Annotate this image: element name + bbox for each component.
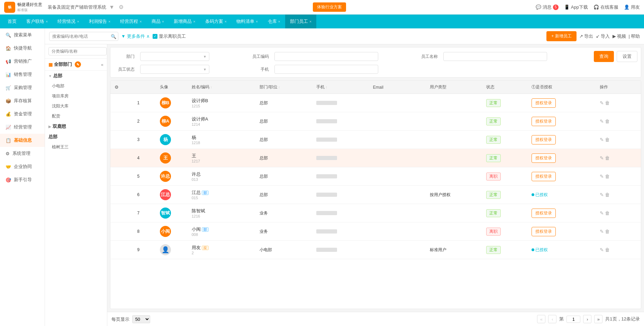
first-page-btn[interactable]: «: [537, 315, 545, 323]
page-size-select[interactable]: 50 100: [132, 315, 150, 323]
close-goods-tab-icon[interactable]: ×: [162, 19, 164, 24]
sidebar-item-collab[interactable]: 🤝 企业协同: [0, 160, 45, 173]
th-name-code[interactable]: 姓名/编码: [188, 81, 256, 94]
delete-icon[interactable]: 🗑: [605, 247, 610, 253]
dept-all-item[interactable]: ▦ 全部部门 ✎ «: [45, 59, 107, 71]
edit-icon[interactable]: ✎: [600, 118, 604, 124]
dept-parent-head[interactable]: ▼ 总部: [45, 71, 107, 81]
message-item[interactable]: 💬 消息 5: [536, 4, 559, 10]
dept-parent-shuanglu[interactable]: ▶ 双鹿想: [45, 121, 107, 132]
emp-name-input[interactable]: [443, 52, 547, 61]
auth-login-button[interactable]: 授权登录: [532, 153, 556, 163]
close-barcode-tab-icon[interactable]: ×: [225, 19, 227, 24]
sidebar-item-quicknav[interactable]: 🏠 快捷导航: [0, 42, 45, 55]
auth-login-button[interactable]: 授权登录: [532, 227, 556, 236]
dept-item-xiaodianbou[interactable]: 小电部: [45, 81, 107, 91]
sidebar-item-finance[interactable]: 💰 资金管理: [0, 107, 45, 121]
close-operation-tab-icon[interactable]: ×: [77, 19, 79, 24]
tab-goods[interactable]: 商品×: [147, 15, 169, 28]
table-settings-icon[interactable]: ⚙: [115, 85, 119, 90]
dept-item-shenyang[interactable]: 沈阳大库: [45, 101, 107, 111]
th-dept-position[interactable]: 部门/职位: [255, 81, 312, 94]
dept-parent-zongbu[interactable]: 总部: [45, 132, 107, 142]
delete-icon[interactable]: 🗑: [605, 155, 610, 161]
edit-icon[interactable]: ✎: [600, 174, 604, 179]
dept-item-project[interactable]: 项目库房: [45, 91, 107, 101]
auth-login-button[interactable]: 授权登录: [532, 117, 556, 126]
sidebar-item-sales[interactable]: 📊 销售管理: [0, 68, 45, 81]
query-button[interactable]: 查询: [594, 51, 614, 62]
close-customer-tab-icon[interactable]: ×: [46, 19, 48, 24]
edit-icon[interactable]: ✎: [600, 210, 604, 216]
th-phone[interactable]: 手机: [312, 81, 369, 94]
sidebar-item-basic-info[interactable]: 📋 基础信息: [0, 134, 45, 147]
emp-code-input[interactable]: [274, 52, 378, 61]
close-bom-tab-icon[interactable]: ×: [256, 19, 258, 24]
edit-icon[interactable]: ✎: [600, 192, 604, 197]
search-trigger-icon[interactable]: 🔍: [111, 34, 116, 39]
tab-warehouse[interactable]: 仓库×: [263, 15, 285, 28]
help-button[interactable]: | 帮助: [629, 33, 640, 39]
tab-barcode[interactable]: 条码方案×: [200, 15, 232, 28]
last-page-btn[interactable]: »: [594, 315, 602, 323]
search-input[interactable]: [49, 32, 118, 41]
tab-employees[interactable]: 部门员工×: [285, 15, 316, 28]
settings-icon[interactable]: ⚙: [119, 4, 124, 10]
prev-page-btn[interactable]: ‹: [548, 315, 556, 323]
dept-select[interactable]: [140, 52, 209, 61]
auth-login-button[interactable]: 授权登录: [532, 209, 556, 218]
filter-more-btn[interactable]: ▼ 更多条件 ∧: [121, 33, 150, 39]
delete-icon[interactable]: 🗑: [605, 137, 610, 142]
edit-icon[interactable]: ✎: [600, 247, 604, 253]
trial-button[interactable]: 体验行业方案: [313, 2, 346, 12]
dept-search-input[interactable]: [48, 47, 107, 55]
add-employee-button[interactable]: + 新增员工: [546, 31, 576, 41]
sidebar-item-inventory[interactable]: 📦 库存核算: [0, 94, 45, 107]
reset-button[interactable]: 设置: [617, 51, 637, 62]
delete-icon[interactable]: 🗑: [605, 100, 610, 106]
sidebar-item-search[interactable]: 🔍 搜索菜单: [0, 28, 45, 42]
view-button[interactable]: ▶ 视频: [613, 33, 626, 39]
delete-icon[interactable]: 🗑: [605, 192, 610, 197]
page-number-input[interactable]: [566, 316, 580, 323]
edit-icon[interactable]: ✎: [600, 100, 604, 106]
phone-input[interactable]: [274, 65, 378, 74]
tab-bom[interactable]: 物料清单×: [232, 15, 263, 28]
auth-login-button[interactable]: 授权登录: [532, 172, 556, 181]
edit-icon[interactable]: ✎: [600, 229, 604, 234]
sidebar-item-system[interactable]: ⚙ 系统管理: [0, 147, 45, 160]
dept-item-peihuo[interactable]: 配货: [45, 111, 107, 121]
sidebar-item-guide[interactable]: 🎯 新手引导: [0, 173, 45, 186]
tab-home[interactable]: 首页: [3, 15, 21, 28]
dept-item-zhishu[interactable]: 植树王三: [45, 142, 107, 152]
app-download-item[interactable]: 📱 App下载: [564, 4, 588, 10]
delete-icon[interactable]: 🗑: [605, 118, 610, 124]
edit-icon[interactable]: ✎: [600, 137, 604, 142]
delete-icon[interactable]: 🗑: [605, 210, 610, 216]
import-button[interactable]: ↙ 导入: [596, 33, 610, 39]
delete-icon[interactable]: 🗑: [605, 174, 610, 179]
auth-login-button[interactable]: 授权登录: [532, 98, 556, 108]
delete-icon[interactable]: 🗑: [605, 229, 610, 234]
dept-edit-icon[interactable]: ✎: [75, 61, 81, 68]
auth-login-button[interactable]: 授权登录: [532, 135, 556, 144]
tab-add-goods[interactable]: 新增商品×: [169, 15, 200, 28]
tab-operation[interactable]: 经营情况×: [53, 15, 84, 28]
close-add-goods-tab-icon[interactable]: ×: [193, 19, 195, 24]
show-resigned-label[interactable]: ✓ 显示离职员工: [153, 33, 186, 39]
edit-icon[interactable]: ✎: [600, 155, 604, 161]
dropdown-arrow-icon[interactable]: ▼: [109, 4, 115, 10]
user-item[interactable]: 👤 用友: [624, 4, 640, 10]
close-employees-tab-icon[interactable]: ×: [309, 19, 311, 24]
emp-status-select[interactable]: [140, 65, 209, 74]
export-button[interactable]: ↗ 导出: [579, 33, 593, 39]
tab-history[interactable]: 经营历程×: [115, 15, 146, 28]
close-history-tab-icon[interactable]: ×: [139, 19, 142, 24]
tab-profit[interactable]: 利润报告×: [84, 15, 115, 28]
sidebar-item-business[interactable]: 📈 经营管理: [0, 121, 45, 134]
sidebar-item-purchase[interactable]: 🛒 采购管理: [0, 81, 45, 94]
show-resigned-checkbox[interactable]: ✓: [153, 34, 157, 39]
close-warehouse-tab-icon[interactable]: ×: [278, 19, 280, 24]
tab-customer[interactable]: 客户联络×: [21, 15, 53, 28]
online-service-item[interactable]: 🎧 在线客服: [593, 4, 618, 10]
